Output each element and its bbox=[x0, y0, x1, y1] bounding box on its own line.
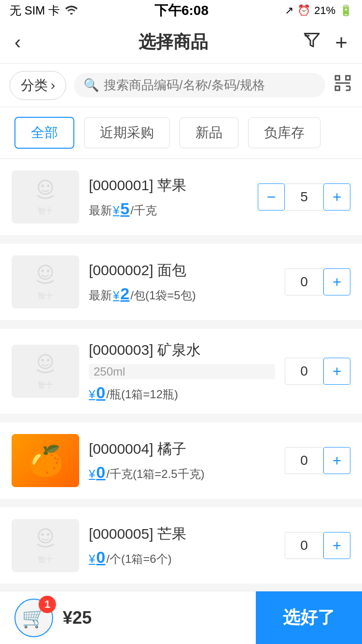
svg-point-13 bbox=[41, 269, 44, 272]
product-price: ¥ 0 /瓶(1箱=12瓶) bbox=[89, 383, 275, 402]
nav-bar: ‹ 选择商品 + bbox=[0, 21, 362, 64]
quantity-control: + bbox=[285, 358, 350, 385]
quantity-input[interactable] bbox=[285, 532, 323, 559]
cart-button[interactable]: 🛒 1 bbox=[14, 599, 53, 637]
quantity-control: + bbox=[285, 532, 350, 559]
tab-new[interactable]: 新品 bbox=[180, 117, 238, 148]
quantity-control: + bbox=[285, 268, 350, 295]
product-image: 智十 bbox=[12, 255, 79, 308]
location-icon: ↗ bbox=[285, 4, 293, 17]
alarm-icon: ⏰ bbox=[297, 4, 310, 17]
svg-point-15 bbox=[39, 355, 53, 369]
product-name: [0000004] 橘子 bbox=[89, 439, 275, 459]
svg-point-20 bbox=[47, 533, 50, 536]
cart-badge: 1 bbox=[39, 596, 56, 613]
product-info: [0000003] 矿泉水 250ml ¥ 0 /瓶(1箱=12瓶) bbox=[89, 340, 275, 402]
divider bbox=[0, 415, 362, 422]
product-image: 🍊 bbox=[12, 434, 79, 487]
cart-total: ¥25 bbox=[63, 608, 92, 628]
status-bar: 无 SIM 卡 下午6:08 ↗ ⏰ 21% 🔋 bbox=[0, 0, 362, 21]
nav-actions: + bbox=[303, 30, 348, 55]
svg-point-9 bbox=[39, 181, 53, 195]
divider bbox=[0, 321, 362, 329]
quantity-increase-button[interactable]: + bbox=[323, 447, 350, 474]
product-price: 最新 ¥ 2 /包(1袋=5包) bbox=[89, 284, 275, 303]
sim-label: 无 SIM 卡 bbox=[10, 3, 60, 18]
product-name: [0000002] 面包 bbox=[89, 261, 275, 280]
product-price: 最新 ¥ 5 /千克 bbox=[89, 199, 248, 218]
search-box: 🔍 bbox=[74, 73, 325, 98]
back-button[interactable]: ‹ bbox=[14, 31, 43, 53]
quantity-decrease-button[interactable]: − bbox=[258, 183, 285, 210]
status-time: 下午6:08 bbox=[154, 1, 209, 20]
wifi-icon bbox=[65, 4, 78, 17]
page-title: 选择商品 bbox=[139, 30, 208, 54]
quantity-input[interactable] bbox=[285, 183, 323, 210]
product-item: 智十 [0000001] 苹果 最新 ¥ 5 /千克 − + bbox=[0, 159, 362, 235]
category-label: 分类 bbox=[21, 76, 48, 95]
product-name: [0000001] 苹果 bbox=[89, 176, 248, 196]
confirm-button[interactable]: 选好了 bbox=[256, 591, 362, 644]
svg-point-16 bbox=[41, 359, 44, 362]
product-price: ¥ 0 /个(1箱=6个) bbox=[89, 548, 275, 567]
svg-point-17 bbox=[47, 359, 50, 362]
product-item: 🍊 [0000004] 橘子 ¥ 0 /千克(1箱=2.5千克) + bbox=[0, 422, 362, 499]
svg-point-11 bbox=[47, 184, 50, 187]
battery-icon: 🔋 bbox=[339, 4, 352, 17]
quantity-increase-button[interactable]: + bbox=[323, 532, 350, 559]
status-left: 无 SIM 卡 bbox=[10, 3, 78, 18]
scan-icon[interactable] bbox=[333, 73, 352, 97]
quantity-increase-button[interactable]: + bbox=[323, 358, 350, 385]
quantity-control: − + bbox=[258, 183, 350, 210]
svg-point-10 bbox=[41, 184, 44, 187]
product-list: 智十 [0000001] 苹果 最新 ¥ 5 /千克 − + bbox=[0, 159, 362, 644]
product-name: [0000005] 芒果 bbox=[89, 524, 275, 544]
search-icon: 🔍 bbox=[84, 78, 99, 93]
product-item: 智十 [0000003] 矿泉水 250ml ¥ 0 /瓶(1箱=12瓶) + bbox=[0, 329, 362, 414]
product-info: [0000004] 橘子 ¥ 0 /千克(1箱=2.5千克) bbox=[89, 439, 275, 482]
product-image: 智十 bbox=[12, 170, 79, 224]
quantity-increase-button[interactable]: + bbox=[323, 268, 350, 295]
svg-point-12 bbox=[39, 266, 53, 280]
bottom-bar: 🛒 1 ¥25 选好了 bbox=[0, 591, 362, 644]
svg-rect-3 bbox=[346, 76, 350, 80]
svg-point-18 bbox=[39, 529, 53, 543]
divider bbox=[0, 236, 362, 244]
quantity-input[interactable] bbox=[285, 268, 323, 295]
product-name: [0000003] 矿泉水 bbox=[89, 340, 275, 360]
tab-all[interactable]: 全部 bbox=[14, 117, 74, 149]
filter-bar: 分类 › 🔍 bbox=[0, 64, 362, 107]
quantity-increase-button[interactable]: + bbox=[323, 183, 350, 210]
category-chevron-icon: › bbox=[51, 78, 55, 93]
tab-bar: 全部 近期采购 新品 负库存 bbox=[0, 107, 362, 159]
product-image: 智十 bbox=[12, 519, 79, 572]
category-button[interactable]: 分类 › bbox=[10, 71, 66, 100]
product-image: 智十 bbox=[12, 345, 79, 398]
svg-rect-2 bbox=[335, 76, 339, 80]
product-info: [0000005] 芒果 ¥ 0 /个(1箱=6个) bbox=[89, 524, 275, 567]
svg-rect-4 bbox=[335, 86, 339, 90]
svg-point-14 bbox=[47, 269, 50, 272]
search-input[interactable] bbox=[104, 78, 316, 93]
add-button[interactable]: + bbox=[335, 30, 348, 55]
quantity-input[interactable] bbox=[285, 358, 323, 385]
product-item: 智十 [0000005] 芒果 ¥ 0 /个(1箱=6个) + bbox=[0, 507, 362, 584]
tab-negative[interactable]: 负库存 bbox=[248, 117, 320, 148]
divider bbox=[0, 500, 362, 507]
filter-icon[interactable] bbox=[303, 31, 320, 53]
svg-point-19 bbox=[41, 533, 44, 536]
battery-label: 21% bbox=[314, 4, 335, 17]
cart-area: 🛒 1 ¥25 bbox=[14, 599, 256, 637]
product-price: ¥ 0 /千克(1箱=2.5千克) bbox=[89, 463, 275, 482]
quantity-control: + bbox=[285, 447, 350, 474]
product-item: 智十 [0000002] 面包 最新 ¥ 2 /包(1袋=5包) + bbox=[0, 244, 362, 320]
quantity-input[interactable] bbox=[285, 447, 323, 474]
status-right: ↗ ⏰ 21% 🔋 bbox=[285, 4, 352, 17]
product-info: [0000002] 面包 最新 ¥ 2 /包(1袋=5包) bbox=[89, 261, 275, 303]
product-info: [0000001] 苹果 最新 ¥ 5 /千克 bbox=[89, 176, 248, 218]
product-spec: 250ml bbox=[89, 364, 275, 379]
tab-recent[interactable]: 近期采购 bbox=[84, 117, 170, 148]
